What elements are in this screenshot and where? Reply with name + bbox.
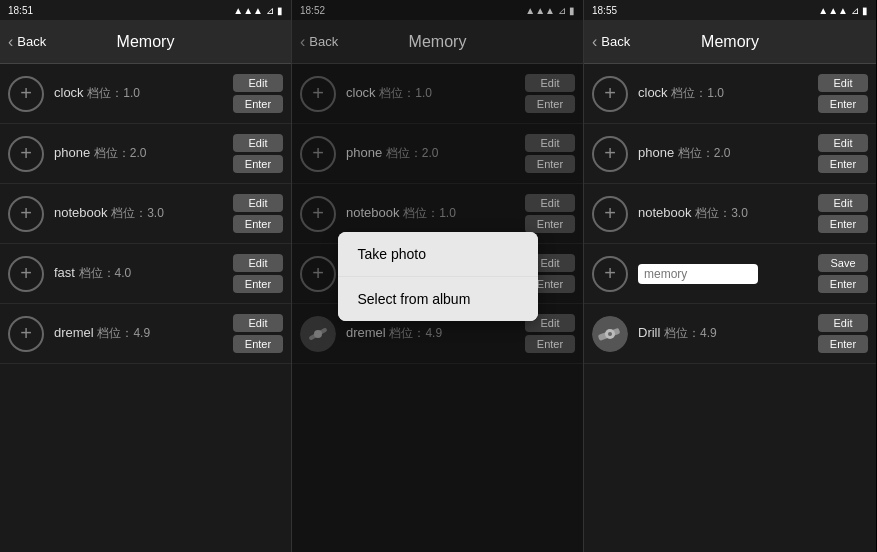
list-1: + clock 档位：1.0 Edit Enter + phone 档位：2.0… [0, 64, 291, 552]
item-label-notebook4: notebook 档位：3.0 [638, 205, 818, 222]
list-item: + phone 档位：2.0 Edit Enter [584, 124, 876, 184]
back-label-1: Back [17, 34, 46, 49]
panel-2: 18:52 ▲▲▲ ⊿ ▮ ‹ Back Memory + clock 档位：1… [292, 0, 584, 552]
panel-3: 18:55 ▲▲▲ ⊿ ▮ ‹ Back Memory + clock 档位：1… [584, 0, 876, 552]
item-buttons-phone3: Edit Enter [818, 134, 868, 173]
plus-icon: + [20, 322, 32, 345]
item-icon-drill[interactable] [592, 316, 628, 352]
back-button-3[interactable]: ‹ Back [592, 33, 630, 51]
item-icon-notebook[interactable]: + [8, 196, 44, 232]
list-item: + clock 档位：1.0 Edit Enter [0, 64, 291, 124]
edit-button[interactable]: Edit [233, 314, 283, 332]
svg-point-6 [608, 332, 612, 336]
list-item: + clock 档位：1.0 Edit Enter [584, 64, 876, 124]
battery-icon: ▮ [862, 5, 868, 16]
edit-button[interactable]: Edit [233, 194, 283, 212]
status-icons-3: ▲▲▲ ⊿ ▮ [818, 5, 868, 16]
status-time-3: 18:55 [592, 5, 617, 16]
edit-button[interactable]: Edit [818, 194, 868, 212]
item-label-phone: phone 档位：2.0 [54, 145, 233, 162]
item-buttons-clock3: Edit Enter [818, 74, 868, 113]
signal-icon: ▲▲▲ [818, 5, 848, 16]
edit-button[interactable]: Edit [233, 74, 283, 92]
item-label-clock: clock 档位：1.0 [54, 85, 233, 102]
item-buttons-phone: Edit Enter [233, 134, 283, 173]
plus-icon: + [604, 202, 616, 225]
plus-icon: + [20, 142, 32, 165]
plus-icon: + [604, 262, 616, 285]
list-3: + clock 档位：1.0 Edit Enter + phone 档位：2.0… [584, 64, 876, 552]
edit-button[interactable]: Edit [818, 134, 868, 152]
item-buttons-dremel: Edit Enter [233, 314, 283, 353]
item-icon-phone3[interactable]: + [592, 136, 628, 172]
plus-icon: + [20, 82, 32, 105]
enter-button[interactable]: Enter [233, 275, 283, 293]
memory-input-label [638, 264, 818, 284]
list-item: + phone 档位：2.0 Edit Enter [0, 124, 291, 184]
list-item: + dremel 档位：4.9 Edit Enter [0, 304, 291, 364]
back-arrow-3: ‹ [592, 33, 597, 51]
context-menu-item-select-album[interactable]: Select from album [338, 277, 538, 321]
header-3: ‹ Back Memory [584, 20, 876, 64]
page-title-1: Memory [117, 33, 175, 51]
item-icon-clock3[interactable]: + [592, 76, 628, 112]
wifi-icon: ⊿ [851, 5, 859, 16]
item-icon-new[interactable]: + [592, 256, 628, 292]
list-item: + notebook 档位：3.0 Edit Enter [584, 184, 876, 244]
memory-input-row: + Save Enter [584, 244, 876, 304]
plus-icon: + [604, 82, 616, 105]
signal-icon: ▲▲▲ [233, 5, 263, 16]
context-menu-overlay[interactable]: Take photo Select from album [292, 0, 583, 552]
drill-image-icon [592, 316, 628, 352]
status-bar-3: 18:55 ▲▲▲ ⊿ ▮ [584, 0, 876, 20]
status-bar-1: 18:51 ▲▲▲ ⊿ ▮ [0, 0, 291, 20]
enter-button[interactable]: Enter [233, 95, 283, 113]
status-time-1: 18:51 [8, 5, 33, 16]
list-item: + notebook 档位：3.0 Edit Enter [0, 184, 291, 244]
panel-1: 18:51 ▲▲▲ ⊿ ▮ ‹ Back Memory + clock 档位：1… [0, 0, 292, 552]
item-label-drill: Drill 档位：4.9 [638, 325, 818, 342]
battery-icon: ▮ [277, 5, 283, 16]
context-menu: Take photo Select from album [338, 232, 538, 321]
enter-button[interactable]: Enter [818, 275, 868, 293]
context-menu-item-take-photo[interactable]: Take photo [338, 232, 538, 277]
wifi-icon: ⊿ [266, 5, 274, 16]
status-icons-1: ▲▲▲ ⊿ ▮ [233, 5, 283, 16]
header-1: ‹ Back Memory [0, 20, 291, 64]
edit-button[interactable]: Edit [818, 314, 868, 332]
enter-button[interactable]: Enter [818, 155, 868, 173]
edit-button[interactable]: Edit [233, 134, 283, 152]
item-buttons-memory: Save Enter [818, 254, 868, 293]
item-icon-notebook4[interactable]: + [592, 196, 628, 232]
item-icon-fast[interactable]: + [8, 256, 44, 292]
item-label-clock3: clock 档位：1.0 [638, 85, 818, 102]
save-button[interactable]: Save [818, 254, 868, 272]
item-buttons-clock: Edit Enter [233, 74, 283, 113]
enter-button[interactable]: Enter [818, 335, 868, 353]
item-buttons-notebook: Edit Enter [233, 194, 283, 233]
edit-button[interactable]: Edit [233, 254, 283, 272]
item-buttons-drill: Edit Enter [818, 314, 868, 353]
memory-input[interactable] [638, 264, 758, 284]
list-item: Drill 档位：4.9 Edit Enter [584, 304, 876, 364]
item-buttons-fast: Edit Enter [233, 254, 283, 293]
edit-button[interactable]: Edit [818, 74, 868, 92]
enter-button[interactable]: Enter [233, 155, 283, 173]
item-label-fast: fast 档位：4.0 [54, 265, 233, 282]
item-label-dremel: dremel 档位：4.9 [54, 325, 233, 342]
item-icon-clock[interactable]: + [8, 76, 44, 112]
plus-icon: + [604, 142, 616, 165]
enter-button[interactable]: Enter [233, 335, 283, 353]
item-label-notebook: notebook 档位：3.0 [54, 205, 233, 222]
enter-button[interactable]: Enter [818, 95, 868, 113]
item-icon-dremel[interactable]: + [8, 316, 44, 352]
back-arrow-1: ‹ [8, 33, 13, 51]
plus-icon: + [20, 262, 32, 285]
back-button-1[interactable]: ‹ Back [8, 33, 46, 51]
enter-button[interactable]: Enter [233, 215, 283, 233]
item-buttons-notebook4: Edit Enter [818, 194, 868, 233]
item-icon-phone[interactable]: + [8, 136, 44, 172]
enter-button[interactable]: Enter [818, 215, 868, 233]
item-label-phone3: phone 档位：2.0 [638, 145, 818, 162]
page-title-3: Memory [701, 33, 759, 51]
